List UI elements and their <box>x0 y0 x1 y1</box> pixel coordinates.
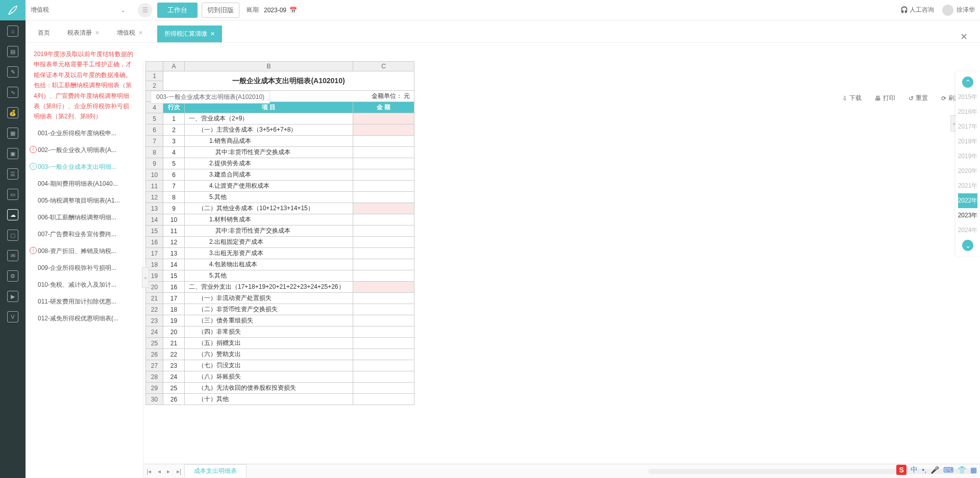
cell-seq[interactable]: 2 <box>163 124 185 136</box>
sheet-nav-last-icon[interactable]: ▸| <box>177 468 181 475</box>
cell-amount[interactable] <box>353 158 414 169</box>
cell-amount[interactable] <box>353 270 414 282</box>
sheet-nav-next-icon[interactable]: ▸ <box>167 468 170 475</box>
cell-amount[interactable] <box>353 360 414 371</box>
cell-item[interactable]: 二、营业外支出（17+18+19+20+21+22+23+24+25+26） <box>185 282 353 293</box>
cell-item[interactable]: （八）坏账损失 <box>185 371 353 383</box>
year-option[interactable]: 2019年 <box>958 149 978 164</box>
nav-ledger-icon[interactable]: ▤ <box>7 46 18 57</box>
cell-item[interactable]: 其中:非货币性资产交换成本 <box>185 147 353 158</box>
cell-seq[interactable]: 5 <box>163 158 185 169</box>
support-link[interactable]: 🎧 人工咨询 <box>900 6 934 14</box>
doc-icon-button[interactable]: ☰ <box>138 3 152 17</box>
cell-item[interactable]: （五）捐赠支出 <box>185 338 353 349</box>
ime-lang[interactable]: 中 <box>911 465 918 474</box>
cell-seq[interactable]: 22 <box>163 349 185 360</box>
cell-seq[interactable]: 21 <box>163 338 185 349</box>
cell-seq[interactable]: 7 <box>163 181 185 192</box>
form-item-004[interactable]: 004-期间费用明细表(A1040... <box>26 175 143 192</box>
spreadsheet[interactable]: A B C 1一般企业成本支出明细表(A102010) 2 3 金额单位： 元 … <box>145 61 414 405</box>
cell-item[interactable]: 5.其他 <box>185 270 353 282</box>
cell-amount[interactable] <box>353 181 414 192</box>
corner-cell[interactable] <box>146 62 163 71</box>
nav-settings-icon[interactable]: ⚙ <box>7 270 18 282</box>
cell-amount[interactable] <box>353 214 414 225</box>
row-header[interactable]: 15 <box>146 225 163 237</box>
calendar-icon[interactable]: 📅 <box>289 7 297 14</box>
row-header[interactable]: 27 <box>146 360 163 371</box>
cell-seq[interactable]: 15 <box>163 270 185 282</box>
form-item-007[interactable]: 007-广告费和业务宣传费跨... <box>26 226 143 243</box>
cell-amount[interactable] <box>353 315 414 326</box>
cell-seq[interactable]: 26 <box>163 394 185 405</box>
breadcrumb-chip[interactable]: 003-一般企业成本支出明细表(A102010) <box>151 91 270 104</box>
year-option[interactable]: 2017年 <box>958 119 978 134</box>
user-menu[interactable]: 徐泽华 <box>942 5 975 16</box>
period-value[interactable]: 2023-09 <box>264 7 286 14</box>
year-scroll-up-icon[interactable]: ⌃ <box>962 77 973 88</box>
sheet-tab[interactable]: 成本支出明细表 <box>184 464 247 477</box>
cell-amount[interactable] <box>353 338 414 349</box>
nav-video-icon[interactable]: ▶ <box>7 291 18 302</box>
cell-seq[interactable]: 1 <box>163 113 185 124</box>
col-header-b[interactable]: B <box>185 62 353 71</box>
cell-seq[interactable]: 4 <box>163 147 185 158</box>
row-header[interactable]: 6 <box>146 124 163 136</box>
form-item-002[interactable]: 002-一般企业收入明细表(A... <box>26 142 143 159</box>
cell-seq[interactable]: 10 <box>163 214 185 225</box>
cell-seq[interactable]: 3 <box>163 136 185 147</box>
cell-amount[interactable] <box>353 259 414 270</box>
col-header-c[interactable]: C <box>353 62 414 71</box>
year-scroll-down-icon[interactable]: ⌄ <box>962 240 973 251</box>
cell-item[interactable]: （七）罚没支出 <box>185 360 353 371</box>
row-header[interactable]: 22 <box>146 304 163 315</box>
row-header[interactable]: 8 <box>146 147 163 158</box>
year-option[interactable]: 2024年 <box>958 223 978 238</box>
year-option[interactable]: 2016年 <box>958 105 978 119</box>
nav-inbox-icon[interactable]: ✉ <box>7 250 18 261</box>
cell-item[interactable]: 2.出租固定资产成本 <box>185 237 353 248</box>
tab-tax-list[interactable]: 税表清册✕ <box>64 23 103 42</box>
ime-keyboard-icon[interactable]: ⌨ <box>943 466 953 474</box>
cell-item[interactable]: 3.建造合同成本 <box>185 169 353 181</box>
col-header-a[interactable]: A <box>163 62 185 71</box>
row-header[interactable]: 30 <box>146 394 163 405</box>
cell-amount[interactable] <box>353 237 414 248</box>
form-item-008[interactable]: 008-资产折旧、摊销及纳税... <box>26 243 143 260</box>
nav-bank-icon[interactable]: ▭ <box>7 189 18 200</box>
cell-item[interactable]: （二）其他业务成本（10+12+13+14+15） <box>185 203 353 214</box>
year-option[interactable]: 2018年 <box>958 134 978 149</box>
row-header[interactable]: 7 <box>146 136 163 147</box>
nav-form-icon[interactable]: ☰ <box>7 168 18 180</box>
cell-seq[interactable]: 14 <box>163 259 185 270</box>
form-item-006[interactable]: 006-职工薪酬纳税调整明细... <box>26 209 143 226</box>
collapse-sidebar-handle[interactable]: « <box>142 267 149 288</box>
cell-amount[interactable] <box>353 282 414 293</box>
row-header[interactable]: 29 <box>146 383 163 394</box>
nav-assets-icon[interactable]: 💰 <box>7 107 18 118</box>
row-header[interactable]: 1 <box>146 71 163 81</box>
cell-seq[interactable]: 12 <box>163 237 185 248</box>
app-logo[interactable] <box>0 0 26 20</box>
tab-income-tax-settlement[interactable]: 所得税汇算清缴✕ <box>157 26 222 42</box>
cell-seq[interactable]: 17 <box>163 293 185 304</box>
nav-report-icon[interactable]: ✎ <box>7 66 18 78</box>
form-item-011[interactable]: 011-研发费用加计扣除优惠... <box>26 293 143 310</box>
ime-punct-icon[interactable]: •, <box>922 466 926 474</box>
cell-item[interactable]: （四）非常损失 <box>185 326 353 338</box>
cell-amount[interactable] <box>353 326 414 338</box>
row-header[interactable]: 26 <box>146 349 163 360</box>
cell-amount[interactable] <box>353 136 414 147</box>
cell-seq[interactable]: 6 <box>163 169 185 181</box>
row-header[interactable]: 2 <box>146 81 163 91</box>
row-header[interactable]: 5 <box>146 113 163 124</box>
cell-item[interactable]: 4.包装物出租成本 <box>185 259 353 270</box>
cell-amount[interactable] <box>353 203 414 214</box>
cell-item[interactable]: （一）主营业务成本（3+5+6+7+8） <box>185 124 353 136</box>
cell-seq[interactable]: 11 <box>163 225 185 237</box>
row-header[interactable]: 28 <box>146 371 163 383</box>
form-item-001[interactable]: 001-企业所得税年度纳税申... <box>26 125 143 142</box>
tab-home[interactable]: 首页 <box>35 23 53 42</box>
cell-seq[interactable]: 24 <box>163 371 185 383</box>
cell-item[interactable]: 3.出租无形资产成本 <box>185 248 353 259</box>
